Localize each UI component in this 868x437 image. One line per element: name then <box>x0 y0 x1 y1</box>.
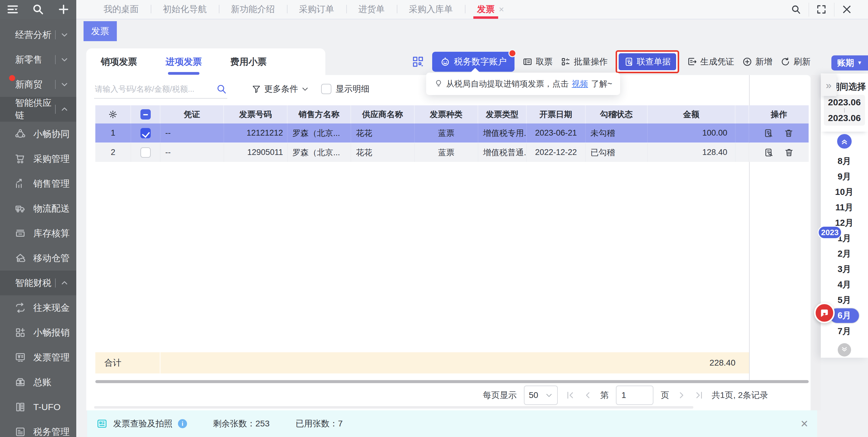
outer-horizontal-scrollbar[interactable] <box>94 406 693 409</box>
chevron-up-icon <box>61 105 68 113</box>
scroll-months-down-button[interactable] <box>838 343 851 356</box>
close-bar-icon[interactable]: × <box>801 417 808 430</box>
sidebar-item-mobile-warehouse[interactable]: 移动仓管 <box>0 246 76 271</box>
trash-icon[interactable] <box>784 148 794 157</box>
info-icon[interactable]: i <box>178 419 187 428</box>
invoice-subtabs: 销项发票 进项发票 费用小票 <box>86 49 326 75</box>
period-range-box[interactable]: 2023.06 | 2023.06 <box>824 95 865 126</box>
search-icon[interactable] <box>32 3 44 15</box>
add-new-button[interactable]: 新增 <box>742 56 772 67</box>
column-header[interactable]: 勾稽状态 <box>586 105 648 123</box>
search-input[interactable] <box>94 84 216 94</box>
month-item[interactable]: 4月 <box>829 277 860 292</box>
tab-sales-invoice[interactable]: 销项发票 <box>101 56 137 68</box>
per-page-select[interactable]: 50 <box>524 385 558 405</box>
window-tab-purchase-order[interactable]: 采购订单 <box>287 0 346 19</box>
month-item[interactable]: 5月 <box>829 292 860 308</box>
row-checkbox[interactable] <box>141 147 151 158</box>
scroll-months-up-button[interactable] <box>837 134 851 149</box>
page-number-input[interactable] <box>616 385 653 405</box>
last-page-icon[interactable] <box>694 390 704 400</box>
column-header[interactable]: 发票类型 <box>478 105 527 123</box>
notification-dot <box>508 49 516 57</box>
plus-icon[interactable] <box>58 3 70 15</box>
sidebar-section-smart-finance-tax[interactable]: 智能财税 <box>0 271 76 295</box>
month-item[interactable]: 11月 <box>829 200 860 215</box>
close-window-button[interactable] <box>834 4 860 15</box>
scan-qr-button[interactable] <box>412 55 424 68</box>
search-icon[interactable] <box>216 83 227 95</box>
sidebar-item-invoice-mgmt[interactable]: 发票管理 <box>0 345 76 370</box>
global-search-button[interactable] <box>783 4 809 15</box>
tax-digital-account-button[interactable]: 税务数字账户 <box>432 52 515 72</box>
month-item[interactable]: 8月 <box>829 153 860 169</box>
month-item[interactable]: 3月 <box>829 261 860 277</box>
horizontal-scrollbar[interactable] <box>95 380 809 383</box>
scroll-track[interactable] <box>811 75 821 410</box>
sidebar-item-sales-mgmt[interactable]: 销售管理 <box>0 171 76 196</box>
row-checkbox[interactable] <box>141 128 151 138</box>
get-ticket-button[interactable]: 取票 <box>522 56 553 67</box>
view-doc-icon[interactable] <box>764 148 774 157</box>
column-header[interactable]: 供应商名称 <box>351 105 415 123</box>
sidebar-section-business-analysis[interactable]: 经营分析 <box>0 22 76 47</box>
more-filters-button[interactable]: 更多条件 <box>251 80 309 98</box>
table-row[interactable]: 1 -- 12121212 罗森（北京... 花花 蓝票 增值税专用... 20… <box>95 123 809 143</box>
generate-voucher-button[interactable]: 生成凭证 <box>687 56 734 67</box>
trash-icon[interactable] <box>784 128 794 138</box>
month-item[interactable]: 2月 <box>829 246 860 261</box>
collapse-panel-button[interactable]: » <box>821 74 837 96</box>
column-header[interactable]: 开票日期 <box>527 105 586 123</box>
sidebar-section-new-retail[interactable]: 新零售 <box>0 47 76 72</box>
sidebar-item-purchase-mgmt[interactable]: 采购管理 <box>0 147 76 171</box>
sidebar-section-new-trade[interactable]: 新商贸 <box>0 72 76 97</box>
column-header[interactable]: 凭证 <box>160 105 224 123</box>
window-tab-incoming[interactable]: 进货单 <box>346 0 397 19</box>
show-detail-checkbox[interactable] <box>321 84 332 94</box>
feedback-chat-button[interactable] <box>814 303 835 323</box>
prev-page-icon[interactable] <box>583 390 593 400</box>
column-header[interactable]: 发票号码 <box>224 105 287 123</box>
batch-actions-button[interactable]: 批量操作 <box>560 56 608 67</box>
table-row[interactable]: 2 -- 12905011 罗森（北京... 花花 蓝票 增值税普通... 20… <box>95 143 809 162</box>
tab-expense-receipt[interactable]: 费用小票 <box>230 56 267 68</box>
column-header-actions[interactable]: 操作 <box>749 105 809 123</box>
view-doc-icon[interactable] <box>764 128 774 138</box>
column-header[interactable]: 金额 <box>648 105 736 123</box>
tab-input-invoice-active[interactable]: 进项发票 <box>165 56 202 68</box>
linked-docs-button[interactable]: 联查单据 <box>619 53 676 70</box>
sidebar-section-label: 新零售 <box>15 54 42 66</box>
sidebar-item-expense[interactable]: 小畅报销 <box>0 320 76 345</box>
month-item[interactable]: 9月 <box>829 169 860 184</box>
sidebar-section-smart-supply-chain[interactable]: 智能供应链 <box>0 97 76 122</box>
sidebar-item-collab[interactable]: 小畅协同 <box>0 122 76 147</box>
tab-close-icon[interactable]: × <box>499 4 504 14</box>
first-page-icon[interactable] <box>565 390 575 400</box>
column-header[interactable]: 发票种类 <box>415 105 478 123</box>
sidebar-item-inventory[interactable]: 库存核算 <box>0 221 76 246</box>
window-tab-init-nav[interactable]: 初始化导航 <box>151 0 219 19</box>
window-tab-purchase-inbound[interactable]: 采购入库单 <box>397 0 465 19</box>
month-item[interactable]: 7月 <box>829 323 860 339</box>
sidebar-item-t-ufo[interactable]: T-UFO <box>0 395 76 419</box>
sidebar-item-logistics[interactable]: 物流配送 <box>0 196 76 221</box>
refresh-button[interactable]: 刷新 <box>780 56 810 67</box>
period-button[interactable]: 账期 ▼ <box>831 55 868 70</box>
window-tab-new-features[interactable]: 新功能介绍 <box>219 0 287 19</box>
window-tab-invoice-active[interactable]: 发票 × <box>465 0 516 19</box>
fullscreen-button[interactable] <box>809 4 834 15</box>
menu-icon[interactable] <box>7 3 19 15</box>
show-detail-toggle[interactable]: 显示明细 <box>321 80 370 98</box>
month-item[interactable]: 10月 <box>829 184 860 200</box>
sidebar-item-tax-mgmt[interactable]: 税务管理 <box>0 419 76 437</box>
column-settings[interactable] <box>95 105 131 123</box>
select-all-checkbox[interactable] <box>141 109 151 120</box>
sidebar-item-cash-flows[interactable]: 往来现金 <box>0 295 76 320</box>
sidebar-item-general-ledger[interactable]: 总账 <box>0 370 76 395</box>
column-header[interactable]: 销售方名称 <box>287 105 351 123</box>
cart-icon <box>14 153 26 165</box>
next-page-icon[interactable] <box>676 390 687 400</box>
video-link[interactable]: 视频 <box>572 79 588 89</box>
window-tab-desktop[interactable]: 我的桌面 <box>91 0 151 19</box>
cell-amount: 128.40 <box>648 143 736 162</box>
